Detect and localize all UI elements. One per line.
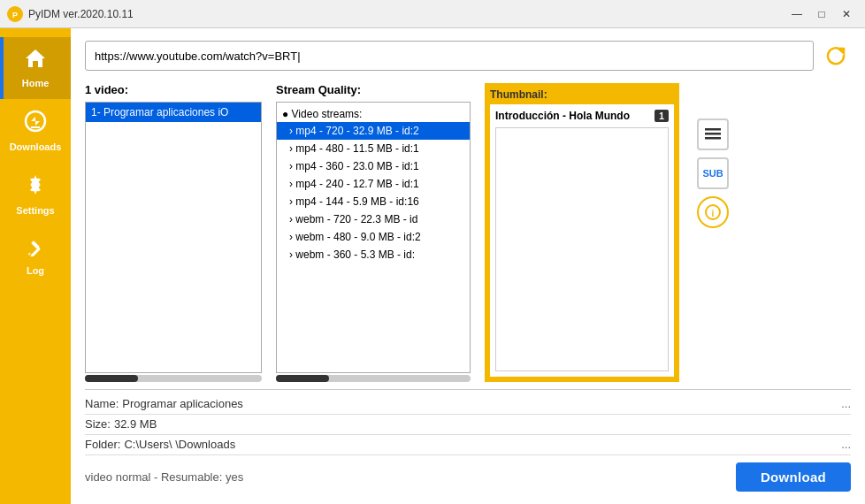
content-area: 1 video: 1- Programar aplicaciones iO St… [71,28,865,504]
folder-dots[interactable]: ... [841,438,851,451]
sidebar-item-downloads-label: Downloads [10,141,62,152]
sub-label: SUB [702,168,723,179]
svg-marker-9 [27,252,31,256]
sidebar-item-log-label: Log [27,265,44,276]
downloads-icon [24,110,47,138]
subtitle-button[interactable]: SUB [697,157,729,189]
svg-marker-10 [838,49,844,53]
stream-list-item-7[interactable]: › webm - 360 - 5.3 MB - id: [277,246,470,263]
titlebar: P PyIDM ver.2020.10.11 — □ ✕ [0,0,865,28]
sidebar-item-log[interactable]: Log [0,226,71,286]
svg-text:P: P [12,11,18,19]
app-icon: P [7,6,23,22]
svg-marker-4 [31,117,40,126]
thumbnail-badge: 1 [654,110,669,122]
thumbnail-video-title: Introducción - Hola Mundo [495,110,651,122]
name-dots[interactable]: ... [841,397,851,410]
sidebar-item-downloads[interactable]: Downloads [0,99,71,163]
folder-label: Folder: [85,438,120,451]
log-icon [26,237,45,262]
thumbnail-title-row: Introducción - Hola Mundo 1 [495,110,669,122]
size-label: Size: [85,417,111,431]
thumbnail-content: Introducción - Hola Mundo 1 [490,104,674,377]
video-panel: 1 video: 1- Programar aplicaciones iO [85,83,262,382]
url-input[interactable] [85,41,814,71]
list-view-button[interactable] [697,118,729,150]
svg-rect-8 [31,241,40,249]
svg-text:i: i [712,209,715,218]
svg-rect-12 [705,133,721,135]
bottom-section: Name: Programar aplicaciones ... Size: 3… [85,389,851,492]
stream-list-item-1[interactable]: › mp4 - 480 - 11.5 MB - id:1 [277,140,470,157]
thumbnail-panel: Thumbnail: Introducción - Hola Mundo 1 [485,83,679,382]
right-icons: SUB i [693,83,729,382]
sidebar-item-home[interactable]: Home [0,37,71,99]
svg-rect-7 [30,247,41,256]
download-row: video normal - Resumable: yes Download [85,462,851,492]
video-scrollbar[interactable] [85,375,262,382]
stream-list-wrapper: ● Video streams: › mp4 - 720 - 32.9 MB -… [276,102,471,373]
video-list[interactable]: 1- Programar aplicaciones iO [85,102,262,373]
app-body: Home Downloads Settings [0,28,865,504]
sidebar-item-settings[interactable]: Settings [0,163,71,226]
stream-list-item-2[interactable]: › mp4 - 360 - 23.0 MB - id:1 [277,157,470,175]
app-title: PyIDM ver.2020.10.11 [28,8,785,20]
divider-2 [85,434,851,435]
video-list-item[interactable]: 1- Programar aplicaciones iO [86,103,261,122]
refresh-button[interactable] [821,41,851,71]
window-controls: — □ ✕ [785,5,858,23]
stream-panel-title: Stream Quality: [276,83,471,96]
stream-list[interactable]: ● Video streams: › mp4 - 720 - 32.9 MB -… [276,102,471,373]
divider-3 [85,454,851,455]
sidebar-item-home-label: Home [22,78,50,88]
stream-list-item-0[interactable]: › mp4 - 720 - 32.9 MB - id:2 [277,122,470,140]
stream-scrollbar[interactable] [276,375,471,382]
folder-value: C:\Users\ \Downloads [124,438,235,451]
stream-list-item-4[interactable]: › mp4 - 144 - 5.9 MB - id:16 [277,193,470,210]
divider-1 [85,414,851,415]
name-value: Programar aplicaciones [122,397,243,410]
main-row: 1 video: 1- Programar aplicaciones iO St… [85,83,851,382]
download-button[interactable]: Download [736,462,851,492]
thumbnail-label: Thumbnail: [490,88,674,101]
stream-list-item-3[interactable]: › mp4 - 240 - 12.7 MB - id:1 [277,175,470,193]
home-icon [24,48,47,74]
svg-rect-11 [705,128,721,131]
info-button[interactable]: i [697,196,729,228]
name-label: Name: [85,397,119,410]
size-row: Size: 32.9 MB [85,417,851,431]
name-row: Name: Programar aplicaciones ... [85,397,851,410]
svg-marker-2 [26,50,45,67]
url-row [85,41,851,71]
video-scrollbar-thumb [85,375,138,382]
stream-list-item-5[interactable]: › webm - 720 - 22.3 MB - id [277,210,470,228]
type-value: video normal - Resumable: yes [85,470,736,484]
stream-panel: Stream Quality: ● Video streams: › mp4 -… [276,83,471,382]
close-button[interactable]: ✕ [835,5,858,23]
size-value: 32.9 MB [114,417,157,431]
sidebar-item-settings-label: Settings [16,205,54,216]
svg-rect-13 [705,137,721,140]
maximize-button[interactable]: □ [810,5,833,23]
settings-icon [24,173,47,202]
video-streams-label: ● Video streams: [277,106,470,122]
sidebar: Home Downloads Settings [0,28,71,504]
stream-list-item-6[interactable]: › webm - 480 - 9.0 MB - id:2 [277,228,470,246]
thumbnail-image [495,127,669,371]
folder-row: Folder: C:\Users\ \Downloads ... [85,438,851,451]
active-indicator [0,37,4,99]
stream-scrollbar-thumb [276,375,329,382]
minimize-button[interactable]: — [785,5,808,23]
video-panel-title: 1 video: [85,83,262,96]
svg-rect-5 [31,126,40,128]
